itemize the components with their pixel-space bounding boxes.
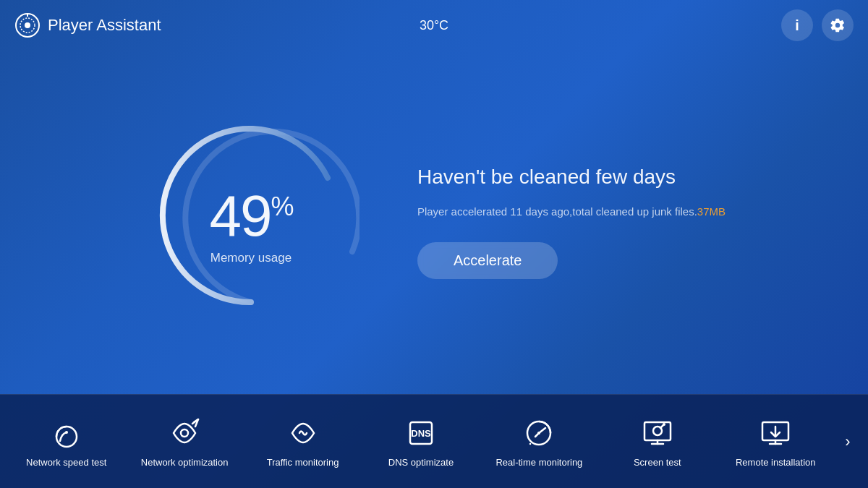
toolbar-items: Network speed test Network optimization … bbox=[7, 415, 835, 468]
info-button[interactable]: i bbox=[781, 9, 813, 41]
header: Player Assistant 30°C i bbox=[0, 0, 868, 51]
temperature-display: 30°C bbox=[420, 18, 448, 33]
remote-install-label: Remote installation bbox=[736, 457, 816, 468]
toolbar-item-network-speed[interactable]: Network speed test bbox=[7, 415, 125, 468]
network-speed-icon bbox=[48, 415, 85, 451]
svg-rect-14 bbox=[644, 422, 671, 440]
gauge-value: 49% bbox=[209, 187, 292, 245]
dns-label: DNS optimizate bbox=[388, 457, 454, 468]
svg-point-5 bbox=[65, 431, 68, 434]
toolbar-next-button[interactable]: › bbox=[835, 429, 861, 455]
status-description: Player accelerated 11 days ago,total cle… bbox=[417, 203, 726, 221]
highlight-value: 37MB bbox=[697, 205, 726, 218]
svg-point-4 bbox=[56, 427, 77, 447]
right-panel: Haven't be cleaned few days Player accel… bbox=[417, 166, 726, 279]
remote-install-icon bbox=[757, 415, 793, 451]
svg-point-13 bbox=[537, 432, 540, 435]
bottom-toolbar: Network speed test Network optimization … bbox=[0, 394, 868, 488]
svg-point-2 bbox=[25, 22, 30, 28]
toolbar-item-dns[interactable]: DNS DNS optimizate bbox=[362, 415, 480, 468]
screen-test-label: Screen test bbox=[634, 457, 681, 468]
status-title: Haven't be cleaned few days bbox=[417, 166, 726, 189]
gauge-unit: % bbox=[271, 192, 292, 221]
gauge-number: 49 bbox=[209, 184, 271, 248]
accelerate-label: Accelerate bbox=[454, 252, 522, 268]
network-speed-label: Network speed test bbox=[26, 457, 106, 468]
traffic-label: Traffic monitoring bbox=[267, 457, 339, 468]
svg-text:DNS: DNS bbox=[411, 428, 431, 439]
traffic-monitoring-icon bbox=[285, 415, 321, 451]
gauge-label: Memory usage bbox=[209, 251, 292, 265]
realtime-label: Real-time monitoring bbox=[495, 457, 582, 468]
info-label: i bbox=[795, 17, 799, 34]
svg-point-19 bbox=[663, 423, 665, 426]
description-text: Player accelerated 11 days ago,total cle… bbox=[417, 205, 697, 218]
settings-button[interactable] bbox=[822, 9, 854, 41]
header-actions: i bbox=[781, 9, 854, 41]
logo-area: Player Assistant bbox=[14, 12, 161, 38]
svg-point-7 bbox=[181, 429, 188, 437]
temperature-value: 30°C bbox=[420, 18, 448, 33]
main-content: 49% Memory usage Haven't be cleaned few … bbox=[0, 51, 868, 394]
dns-icon: DNS bbox=[403, 415, 439, 451]
realtime-monitoring-icon bbox=[521, 415, 557, 451]
network-optimization-icon bbox=[166, 415, 203, 451]
gauge-center: 49% Memory usage bbox=[209, 187, 292, 265]
toolbar-item-traffic[interactable]: Traffic monitoring bbox=[244, 415, 362, 468]
memory-gauge: 49% Memory usage bbox=[142, 114, 359, 331]
screen-test-icon bbox=[639, 415, 676, 451]
toolbar-item-realtime[interactable]: Real-time monitoring bbox=[480, 415, 598, 468]
toolbar-item-network-opt[interactable]: Network optimization bbox=[125, 415, 243, 468]
chevron-right-icon: › bbox=[845, 432, 850, 451]
accelerate-button[interactable]: Accelerate bbox=[417, 242, 558, 279]
toolbar-item-remote-install[interactable]: Remote installation bbox=[717, 415, 835, 468]
gear-icon bbox=[830, 17, 846, 33]
app-logo-icon bbox=[14, 12, 41, 38]
network-opt-label: Network optimization bbox=[141, 457, 229, 468]
toolbar-item-screen-test[interactable]: Screen test bbox=[598, 415, 716, 468]
app-title: Player Assistant bbox=[48, 16, 161, 35]
